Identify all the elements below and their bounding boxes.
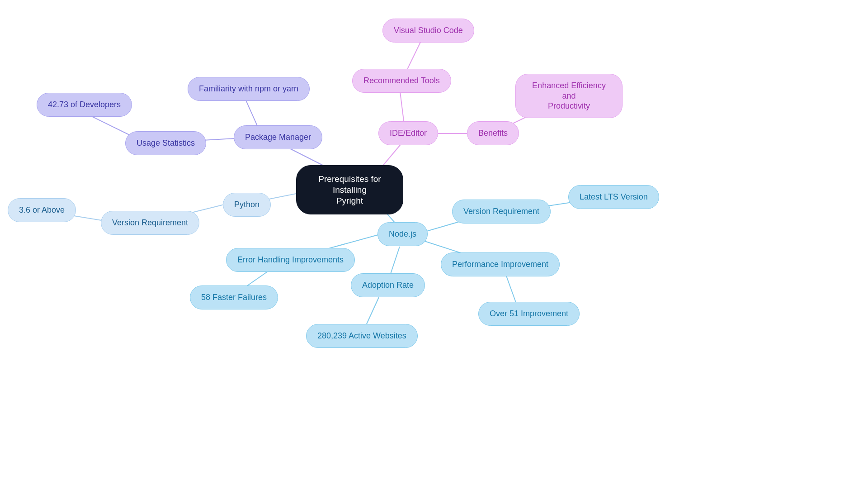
nodejs-perf-value-node[interactable]: Over 51 Improvement	[478, 302, 580, 326]
ide-tools-value-node[interactable]: Visual Studio Code	[382, 19, 474, 43]
mindmap-canvas: Prerequisites for InstallingPyright Pyth…	[0, 0, 868, 490]
pkg-familiarity-node[interactable]: Familiarity with npm or yarn	[188, 77, 310, 101]
ide-node[interactable]: IDE/Editor	[378, 121, 438, 145]
nodejs-version-value-node[interactable]: Latest LTS Version	[568, 185, 659, 209]
nodejs-version-req-node[interactable]: Version Requirement	[452, 200, 551, 224]
pkg-stats-node[interactable]: Usage Statistics	[125, 131, 206, 155]
svg-line-18	[407, 38, 422, 70]
nodejs-adoption-value-node[interactable]: 280,239 Active Websites	[306, 324, 418, 348]
nodejs-error-value-node[interactable]: 58 Faster Failures	[190, 285, 278, 309]
pkg-node[interactable]: Package Manager	[234, 125, 322, 149]
python-version-value-node[interactable]: 3.6 or Above	[8, 198, 76, 222]
python-node[interactable]: Python	[223, 193, 271, 217]
ide-tools-node[interactable]: Recommended Tools	[352, 69, 451, 93]
pkg-stats-value-node[interactable]: 42.73 of Developers	[37, 93, 132, 117]
nodejs-perf-node[interactable]: Performance Improvement	[441, 252, 560, 276]
nodejs-node[interactable]: Node.js	[377, 222, 428, 246]
python-version-req-node[interactable]: Version Requirement	[101, 211, 199, 235]
ide-benefits-value-node[interactable]: Enhanced Efficiency andProductivity	[515, 74, 623, 118]
nodejs-error-node[interactable]: Error Handling Improvements	[226, 248, 355, 272]
ide-benefits-node[interactable]: Benefits	[467, 121, 519, 145]
svg-line-17	[400, 88, 404, 124]
root-node[interactable]: Prerequisites for InstallingPyright	[296, 165, 403, 214]
nodejs-adoption-node[interactable]: Adoption Rate	[351, 273, 425, 297]
